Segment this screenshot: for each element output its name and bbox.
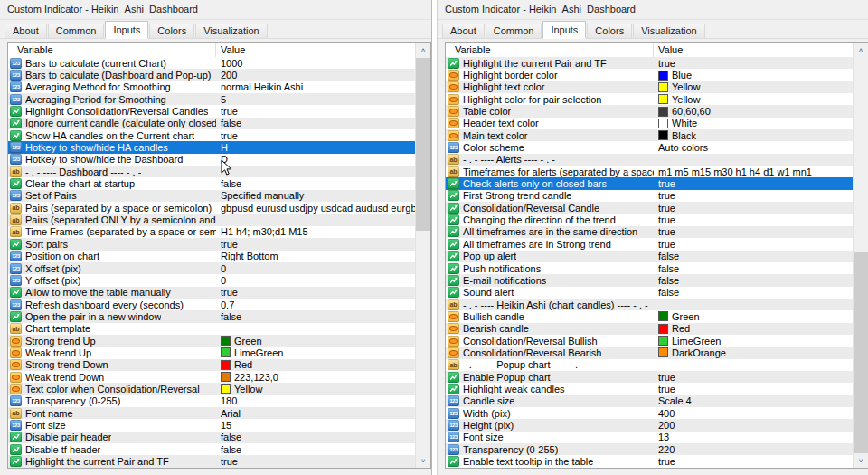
param-row[interactable]: Open the pair in a new windowfalse (8, 310, 416, 322)
param-row[interactable]: Highlight the current Pair and TFtrue (446, 57, 854, 69)
param-row[interactable]: Clear the chart at startupfalse (8, 177, 416, 189)
param-label: Hotkey to show/hide HA candles (25, 142, 168, 153)
param-row[interactable]: Show HA candles on the Current charttrue (8, 129, 416, 141)
scroll-down-button[interactable]: ˅ (854, 453, 868, 468)
param-row[interactable]: 123Hotkey to show/hide the DashboardD (8, 154, 416, 166)
dialog-title: Custom Indicator - Heikin_Ashi_Dashboard (0, 0, 431, 20)
param-value: 15 (221, 420, 231, 431)
param-row[interactable]: 123Color schemeAuto colors (446, 141, 854, 153)
tab-about[interactable]: About (5, 24, 47, 38)
param-row[interactable]: Weak trend Down223,123,0 (8, 371, 416, 383)
tab-visualization[interactable]: Visualization (633, 24, 705, 38)
param-row[interactable]: 123Averaging Method for Smoothingnormal … (8, 81, 416, 93)
param-row[interactable]: 123X offset (pix)0 (8, 262, 416, 274)
param-row[interactable]: All timeframes are in the same direction… (446, 226, 854, 238)
param-row[interactable]: All timeframes are in Strong trendtrue (446, 238, 854, 250)
param-row[interactable]: Highlight the current Pair and TFtrue (8, 455, 416, 467)
boolean-input-icon (448, 263, 459, 274)
param-row[interactable]: 123Width (pix)400 (446, 407, 854, 419)
param-row[interactable]: Highlight border colorBlue (446, 69, 854, 81)
param-label: Enable Popup chart (463, 372, 551, 383)
param-row[interactable]: 123Font size13 (446, 432, 854, 443)
scrollbar-thumb[interactable] (854, 252, 868, 453)
param-row[interactable]: abFont nameArial (8, 407, 416, 419)
param-row[interactable]: Consolidation/Reversal BullishLimeGreen (446, 335, 854, 347)
param-row[interactable]: Sound alertfalse (446, 287, 854, 299)
param-row[interactable]: Ignore current candle (calculate only cl… (8, 118, 416, 129)
param-row[interactable]: Main text colorBlack (446, 129, 854, 141)
param-row[interactable]: Header text colorWhite (446, 118, 854, 129)
param-row[interactable]: Highlight text colorYellow (446, 81, 854, 93)
color-swatch (221, 336, 231, 346)
param-row[interactable]: Bearish candleRed (446, 323, 854, 335)
param-row[interactable]: abChart template (8, 323, 416, 335)
param-row[interactable]: abPairs (separated ONLY by a semicolon a… (8, 214, 416, 225)
tab-about[interactable]: About (442, 24, 485, 38)
param-label: Bearish candle (463, 323, 529, 334)
vertical-scrollbar[interactable]: ˄ ˅ (853, 43, 868, 468)
tab-inputs[interactable]: Inputs (105, 21, 148, 39)
param-row[interactable]: Allow to move the table manuallytrue (8, 287, 416, 299)
param-row[interactable]: Highlight Consolidation/Reversal Candles… (8, 105, 416, 117)
column-header-variable: Variable (8, 43, 216, 57)
param-row[interactable]: 123Averaging Period for Smoothing5 (8, 93, 416, 105)
vertical-scrollbar[interactable]: ˄ ˅ (415, 43, 430, 468)
tab-colors[interactable]: Colors (587, 24, 632, 38)
param-row[interactable]: abPairs (separated by a space or semicol… (8, 202, 416, 214)
tab-inputs[interactable]: Inputs (542, 21, 586, 39)
param-row[interactable]: ab- . - ---- Alerts ---- - . - (446, 154, 854, 166)
param-row[interactable]: abTimeframes for alerts (separated by a … (446, 166, 854, 177)
param-row[interactable]: Consolidation/Reversal BearishDarkOrange (446, 347, 854, 358)
param-value: 13 (658, 432, 669, 442)
param-row[interactable]: 123Candle sizeScale 4 (446, 395, 854, 407)
param-row[interactable]: 123Transparency (0-255)180 (8, 395, 416, 407)
param-row[interactable]: Disable tf headerfalse (8, 443, 416, 455)
param-row[interactable]: Enable Popup charttrue (446, 371, 854, 383)
param-row[interactable]: 123Height (pix)200 (446, 419, 854, 431)
param-value: 200 (221, 70, 237, 81)
param-row[interactable]: Disable pair headerfalse (8, 432, 416, 443)
param-row[interactable]: Strong trend DownRed (8, 359, 416, 371)
scroll-up-button[interactable]: ˄ (854, 43, 868, 57)
param-row[interactable]: E-mail notificationsfalse (446, 274, 854, 286)
scroll-down-button[interactable]: ˅ (416, 453, 430, 468)
tab-common[interactable]: Common (48, 24, 105, 38)
param-label: Y offset (pix) (25, 275, 80, 286)
param-value: false (221, 432, 241, 442)
param-row[interactable]: ab- . - ---- Heikin Ashi (chart candles)… (446, 299, 854, 310)
param-row[interactable]: First Strong trend candletrue (446, 190, 854, 202)
param-row[interactable]: Highlight weak candlestrue (446, 383, 854, 394)
param-row[interactable]: 123Transparency (0-255)220 (446, 443, 854, 455)
tab-visualization[interactable]: Visualization (195, 24, 268, 38)
param-row[interactable]: 123Refresh dashboard every (seconds)0.7 (8, 299, 416, 310)
param-row[interactable]: Bullish candleGreen (446, 310, 854, 322)
param-row[interactable]: 123Position on chartRight Bottom (8, 251, 416, 262)
param-row[interactable]: abTime Frames (separated by a space or s… (8, 226, 416, 238)
param-row[interactable]: Push notificationsfalse (446, 262, 854, 274)
param-row[interactable]: 123Bars to calculate (Dashboard and Pop-… (8, 69, 416, 81)
param-row[interactable]: Weak trend UpLimeGreen (8, 347, 416, 358)
param-row[interactable]: ab- . - ---- Popup chart ---- - . - (446, 359, 854, 371)
param-row[interactable]: Strong trend UpGreen (8, 335, 416, 347)
tab-colors[interactable]: Colors (149, 24, 194, 38)
param-label: Highlight the current Pair and TF (25, 456, 169, 467)
param-row[interactable]: Changing the direction of the trendtrue (446, 214, 854, 225)
tab-common[interactable]: Common (486, 24, 542, 38)
param-row[interactable]: Check alerts only on closed barstrue (446, 177, 854, 189)
param-row[interactable]: Enable text tooltip in the tabletrue (446, 455, 854, 467)
param-row[interactable]: Table color60,60,60 (446, 105, 854, 117)
param-row[interactable]: Highlight color for pair selectionYellow (446, 93, 854, 105)
scrollbar-thumb[interactable] (416, 58, 430, 231)
param-row[interactable]: Text color when Consolidation/ReversalYe… (8, 383, 416, 394)
param-row[interactable]: 123Bars to calculate (current Chart)1000 (8, 57, 416, 69)
param-row[interactable]: 123Set of PairsSpecified manually (8, 190, 416, 202)
column-header-variable: Variable (446, 43, 654, 57)
param-row[interactable]: 123Hotkey to show/hide HA candlesH (8, 141, 416, 153)
param-row[interactable]: Sort pairstrue (8, 238, 416, 250)
param-row[interactable]: Consolidation/Reversal Candletrue (446, 202, 854, 214)
param-row[interactable]: 123Font size15 (8, 419, 416, 431)
param-row[interactable]: ab- . - ---- Dashboard ---- - . - (8, 166, 416, 177)
scroll-up-button[interactable]: ˄ (416, 43, 430, 57)
param-row[interactable]: Pop up alertfalse (446, 251, 854, 262)
param-row[interactable]: 123Y offset (pix)0 (8, 274, 416, 286)
